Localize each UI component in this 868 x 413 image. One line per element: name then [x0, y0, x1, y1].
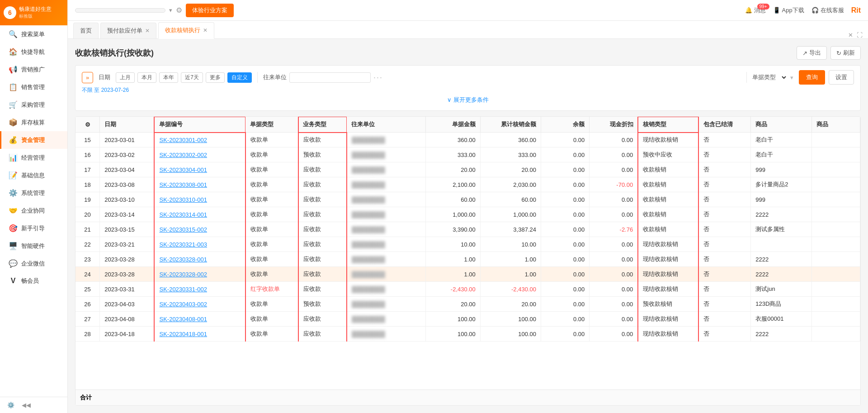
date-btn-this-year[interactable]: 本年: [159, 72, 178, 83]
bill-type-select[interactable]: [778, 74, 788, 81]
unit-cell: ████████: [347, 222, 425, 237]
sidebar-item-inventory[interactable]: 📦 库存核算: [0, 114, 67, 131]
expand-bar[interactable]: ∨ 展开更多条件: [82, 94, 854, 106]
row-cumamt: 100.00: [480, 312, 541, 327]
row-billno[interactable]: SK-20230310-001: [154, 192, 245, 207]
sidebar-item-basic[interactable]: 📝 基础信息: [0, 166, 67, 184]
app-download-btn[interactable]: 📱 App下载: [773, 6, 804, 14]
row-goods: 2222: [751, 207, 811, 222]
sidebar-item-operation[interactable]: 📊 经营管理: [0, 149, 67, 166]
date-btn-custom[interactable]: 自定义: [227, 72, 252, 83]
sidebar-item-corp[interactable]: 🤝 企业协同: [0, 202, 67, 219]
table-scroll[interactable]: ⚙ 日期 单据编号 单据类型 业务类型 往来单位 单据金额 累计核销金额 余额 …: [75, 117, 860, 389]
row-billno[interactable]: SK-20230315-002: [154, 222, 245, 237]
table-row[interactable]: 28 2023-04-18 SK-20230418-001 收款单 应收款 ██…: [75, 327, 860, 342]
table-row[interactable]: 22 2023-03-21 SK-20230321-003 收款单 应收款 ██…: [75, 237, 860, 252]
sidebar-item-sales[interactable]: 📋 销售管理: [0, 78, 67, 96]
table-row[interactable]: 20 2023-03-14 SK-20230314-001 收款单 应收款 ██…: [75, 207, 860, 222]
collapse-icon[interactable]: ◀◀: [22, 402, 31, 408]
table-row[interactable]: 16 2023-03-02 SK-20230302-002 收款单 预收款 ██…: [75, 147, 860, 162]
tab-collection[interactable]: 收款核销执行 ✕: [158, 22, 214, 39]
row-nuctype: 现结收款核销: [638, 237, 698, 252]
page-header: 收款核销执行(按收款) ↗ 导出 ↻ 刷新: [75, 46, 861, 60]
tab-prepay[interactable]: 预付款应付单 ✕: [100, 23, 156, 38]
tab-collection-close[interactable]: ✕: [203, 27, 208, 33]
row-amount: 3,390.00: [425, 222, 480, 237]
export-btn[interactable]: ↗ 导出: [797, 46, 827, 60]
sidebar-item-hardware[interactable]: 🖥️ 智能硬件: [0, 237, 67, 255]
row-goods2: [811, 237, 860, 252]
sidebar-item-finance[interactable]: 💰 资金管理: [0, 131, 67, 149]
row-billno[interactable]: SK-20230403-002: [154, 297, 245, 312]
tab-home[interactable]: 首页: [73, 23, 99, 38]
industry-btn[interactable]: 体验行业方案: [186, 4, 234, 17]
row-billno[interactable]: SK-20230408-001: [154, 312, 245, 327]
table-row[interactable]: 24 2023-03-28 SK-20230328-002 收款单 应收款 ██…: [75, 267, 860, 282]
unit-input-box[interactable]: [289, 72, 371, 83]
date-btn-this-month[interactable]: 本月: [137, 72, 156, 83]
row-goods: 衣服00001: [751, 312, 811, 327]
refresh-btn[interactable]: ↻ 刷新: [830, 46, 861, 60]
sidebar-item-marketing[interactable]: 📢 营销推广: [0, 61, 67, 78]
row-billno[interactable]: SK-20230301-002: [154, 133, 245, 147]
sidebar-item-wechat[interactable]: 💬 企业微信: [0, 255, 67, 272]
row-balance: 0.00: [541, 133, 589, 147]
phone-icon: 📱: [773, 7, 780, 14]
sidebar-item-label: 销售管理: [21, 83, 45, 91]
sidebar-item-system[interactable]: ⚙️ 系统管理: [0, 184, 67, 202]
table-row[interactable]: 15 2023-03-01 SK-20230301-002 收款单 应收款 ██…: [75, 133, 860, 147]
table-row[interactable]: 19 2023-03-10 SK-20230310-001 收款单 应收款 ██…: [75, 192, 860, 207]
online-service-btn[interactable]: 🎧 在线客服: [811, 6, 844, 14]
row-billno[interactable]: SK-20230328-002: [154, 267, 245, 282]
maximize-icon[interactable]: ⛶: [857, 32, 863, 38]
row-billno[interactable]: SK-20230418-001: [154, 327, 245, 342]
unit-cell: ████████: [347, 147, 425, 162]
bill-type-label: 单据类型: [752, 73, 776, 81]
sidebar-item-purchase[interactable]: 🛒 采购管理: [0, 96, 67, 114]
row-date: 2023-03-28: [100, 267, 155, 282]
row-billno[interactable]: SK-20230302-002: [154, 147, 245, 162]
row-billtype: 收款单: [245, 207, 298, 222]
sidebar-item-member[interactable]: V 畅会员: [0, 272, 67, 290]
table-row[interactable]: 25 2023-03-31 SK-20230331-002 红字收款单 应收款 …: [75, 282, 860, 297]
chevron-down-icon-filter: ▾: [790, 74, 793, 81]
row-billno[interactable]: SK-20230308-001: [154, 177, 245, 192]
row-nuctype: 收款核销: [638, 177, 698, 192]
purchase-icon: 🛒: [9, 100, 18, 109]
settings-bottom-icon[interactable]: ⚙️: [7, 402, 14, 408]
table-row[interactable]: 21 2023-03-15 SK-20230315-002 收款单 应收款 ██…: [75, 222, 860, 237]
sidebar-item-search[interactable]: 🔍 搜索菜单: [0, 25, 67, 43]
row-goods2: [811, 327, 860, 342]
notification-btn[interactable]: 🔔 消息 99+: [745, 6, 766, 14]
row-goods: [751, 237, 811, 252]
sidebar-item-guide[interactable]: 🎯 新手引导: [0, 219, 67, 237]
unit-input[interactable]: [293, 74, 367, 81]
close-all-icon[interactable]: ✕: [848, 32, 853, 38]
table-row[interactable]: 23 2023-03-28 SK-20230328-001 收款单 应收款 ██…: [75, 252, 860, 267]
table-row[interactable]: 26 2023-04-03 SK-20230403-002 收款单 预收款 ██…: [75, 297, 860, 312]
row-billno[interactable]: SK-20230314-001: [154, 207, 245, 222]
row-goods: 123D商品: [751, 297, 811, 312]
date-btn-prev-month[interactable]: 上月: [116, 72, 135, 83]
table-row[interactable]: 27 2023-04-08 SK-20230408-001 收款单 应收款 ██…: [75, 312, 860, 327]
config-icon[interactable]: ⚙: [176, 6, 182, 14]
table-row[interactable]: 17 2023-03-04 SK-20230304-001 收款单 应收款 ██…: [75, 162, 860, 177]
row-billno[interactable]: SK-20230304-001: [154, 162, 245, 177]
date-btn-7days[interactable]: 近7天: [181, 72, 203, 83]
row-balance: 0.00: [541, 237, 589, 252]
notification-badge: 99+: [757, 4, 769, 9]
row-billno[interactable]: SK-20230328-001: [154, 252, 245, 267]
row-billtype: 收款单: [245, 192, 298, 207]
query-btn[interactable]: 查询: [799, 70, 825, 85]
table-row[interactable]: 18 2023-03-08 SK-20230308-001 收款单 应收款 ██…: [75, 177, 860, 192]
filter-settings-btn[interactable]: 设置: [829, 70, 854, 85]
tab-prepay-close[interactable]: ✕: [145, 28, 150, 34]
sidebar-item-shortcut[interactable]: 🏠 快捷导航: [0, 43, 67, 61]
filter-expand-btn[interactable]: »: [82, 72, 93, 83]
row-goods: 老白干: [751, 133, 811, 147]
sidebar-item-label: 新手引导: [21, 224, 45, 233]
row-included: 否: [698, 282, 750, 297]
date-btn-more[interactable]: 更多: [206, 72, 225, 83]
row-billno[interactable]: SK-20230331-002: [154, 282, 245, 297]
row-billno[interactable]: SK-20230321-003: [154, 237, 245, 252]
